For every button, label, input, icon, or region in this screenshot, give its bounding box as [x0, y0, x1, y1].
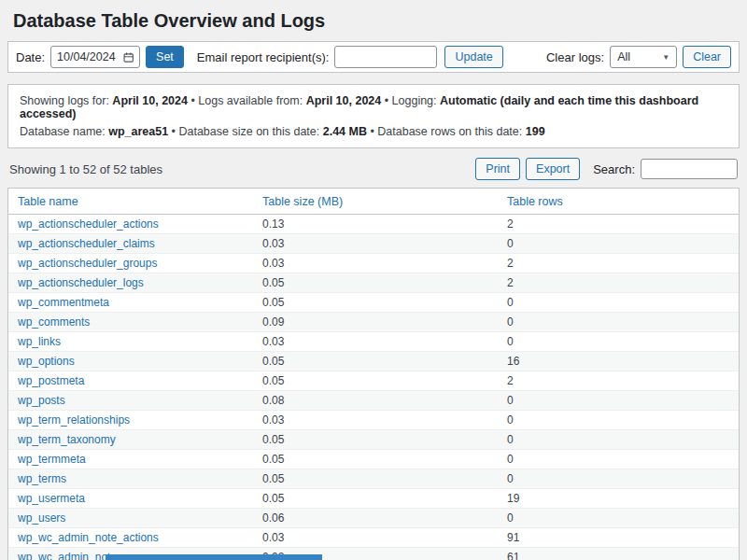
table-name-link[interactable]: wp_links	[18, 335, 61, 348]
table-header-row: Table name Table size (MB) Table rows	[8, 189, 739, 215]
info-text: Database name:	[20, 125, 108, 138]
table-name-link[interactable]: wp_actionscheduler_logs	[18, 276, 144, 289]
table-name-link[interactable]: wp_actionscheduler_claims	[18, 237, 155, 250]
print-button[interactable]: Print	[475, 158, 520, 180]
table-name-link[interactable]: wp_commentmeta	[18, 296, 109, 309]
clear-button[interactable]: Clear	[683, 46, 731, 68]
table-row: wp_usermeta0.0519	[8, 489, 739, 509]
table-row: wp_term_taxonomy0.050	[8, 430, 739, 450]
calendar-icon	[123, 51, 134, 63]
table-rows-cell: 19	[498, 489, 739, 509]
table-name-link[interactable]: wp_postmeta	[18, 374, 84, 387]
table-rows-cell: 2	[498, 371, 739, 391]
info-value: 199	[526, 125, 545, 138]
table-size-cell: 0.03	[253, 528, 498, 548]
table-row: wp_comments0.090	[8, 313, 739, 332]
table-size-cell: 0.05	[253, 352, 498, 371]
table-rows-cell: 16	[498, 352, 739, 371]
table-name-link[interactable]: wp_users	[18, 511, 65, 525]
table-row: wp_links0.030	[8, 332, 739, 352]
info-line-database: Database name: wp_area51 • Database size…	[20, 125, 727, 138]
table-name-cell: wp_options	[8, 352, 253, 371]
search-label: Search:	[593, 162, 635, 176]
table-rows-cell: 0	[498, 391, 739, 411]
table-name-link[interactable]: wp_options	[18, 355, 75, 368]
table-row: wp_actionscheduler_groups0.032	[8, 254, 739, 273]
table-size-cell: 0.06	[253, 509, 498, 528]
table-name-cell: wp_users	[8, 509, 253, 528]
table-name-link[interactable]: wp_actionscheduler_groups	[18, 257, 157, 270]
table-row: wp_actionscheduler_logs0.052	[8, 273, 739, 293]
table-row: wp_termmeta0.050	[8, 450, 739, 469]
column-header-table-name[interactable]: Table name	[8, 189, 253, 215]
table-name-cell: wp_commentmeta	[8, 293, 253, 313]
column-header-table-rows[interactable]: Table rows	[498, 189, 739, 215]
table-rows-cell: 2	[498, 215, 739, 234]
table-name-link[interactable]: wp_term_relationships	[18, 413, 130, 427]
table-size-cell: 0.05	[253, 450, 498, 469]
table-name-link[interactable]: wp_wc_admin_note_actions	[18, 531, 159, 544]
table-rows-cell: 0	[498, 293, 739, 313]
table-name-link[interactable]: wp_term_taxonomy	[18, 433, 116, 446]
table-row: wp_actionscheduler_claims0.030	[8, 234, 739, 254]
clear-logs-select[interactable]: All ▼	[610, 46, 677, 68]
table-name-cell: wp_terms	[8, 469, 253, 489]
table-rows-cell: 0	[498, 313, 739, 332]
table-controls-right: Print Export Search:	[475, 158, 738, 180]
table-size-cell: 0.05	[253, 293, 498, 313]
date-input[interactable]: 10/04/2024	[50, 46, 140, 68]
table-header: Table name Table size (MB) Table rows	[8, 189, 739, 215]
table-body: wp_actionscheduler_actions0.132wp_action…	[8, 215, 739, 560]
tables-panel: Table name Table size (MB) Table rows wp…	[7, 188, 740, 560]
chevron-down-icon: ▼	[662, 53, 669, 62]
table-row: wp_posts0.080	[8, 391, 739, 411]
table-name-cell: wp_usermeta	[8, 489, 253, 509]
table-row: wp_wc_admin_note_actions0.0391	[8, 528, 739, 548]
table-rows-cell: 0	[498, 411, 739, 430]
table-size-cell: 0.05	[253, 273, 498, 293]
partially-visible-bottom-element[interactable]	[106, 554, 322, 560]
table-name-cell: wp_actionscheduler_groups	[8, 254, 253, 273]
info-value: April 10, 2024	[306, 94, 382, 107]
update-button[interactable]: Update	[444, 46, 502, 68]
table-row: wp_postmeta0.052	[8, 371, 739, 391]
table-size-cell: 0.03	[253, 332, 498, 352]
column-header-table-size[interactable]: Table size (MB)	[253, 189, 498, 215]
info-text: • Database rows on this date:	[367, 125, 526, 138]
table-size-cell: 0.05	[253, 469, 498, 489]
search-input[interactable]	[641, 159, 738, 179]
table-name-link[interactable]: wp_termmeta	[18, 453, 86, 466]
info-line-logs: Showing logs for: April 10, 2024 • Logs …	[20, 94, 727, 120]
table-size-cell: 0.03	[253, 234, 498, 254]
toolbar: Date: 10/04/2024 Set Email report recipi…	[7, 41, 740, 73]
table-name-link[interactable]: wp_actionscheduler_actions	[18, 217, 159, 231]
table-row: wp_commentmeta0.050	[8, 293, 739, 313]
table-rows-cell: 2	[498, 254, 739, 273]
table-size-cell: 0.13	[253, 215, 498, 234]
table-controls: Showing 1 to 52 of 52 tables Print Expor…	[7, 158, 740, 180]
table-name-cell: wp_actionscheduler_logs	[8, 273, 253, 293]
table-size-cell: 0.03	[253, 411, 498, 430]
email-input[interactable]	[334, 46, 437, 68]
info-value: wp_area51	[108, 125, 168, 138]
table-size-cell: 0.08	[253, 391, 498, 411]
table-name-link[interactable]: wp_usermeta	[18, 492, 85, 505]
clear-logs-label: Clear logs:	[546, 50, 604, 64]
date-value: 10/04/2024	[57, 50, 116, 63]
table-name-link[interactable]: wp_terms	[18, 472, 66, 485]
table-name-cell: wp_term_relationships	[8, 411, 253, 430]
table-name-cell: wp_actionscheduler_claims	[8, 234, 253, 254]
table-row: wp_terms0.050	[8, 469, 739, 489]
table-name-link[interactable]: wp_comments	[18, 315, 90, 329]
info-text: Showing logs for:	[20, 94, 112, 107]
table-rows-cell: 0	[498, 509, 739, 528]
table-name-link[interactable]: wp_posts	[18, 394, 65, 407]
table-name-cell: wp_actionscheduler_actions	[8, 215, 253, 234]
table-size-cell: 0.05	[253, 489, 498, 509]
set-button[interactable]: Set	[146, 46, 184, 68]
table-row: wp_options0.0516	[8, 352, 739, 371]
table-size-cell: 0.03	[253, 254, 498, 273]
export-button[interactable]: Export	[526, 158, 580, 180]
database-tables-table: Table name Table size (MB) Table rows wp…	[8, 189, 739, 560]
table-rows-cell: 0	[498, 332, 739, 352]
